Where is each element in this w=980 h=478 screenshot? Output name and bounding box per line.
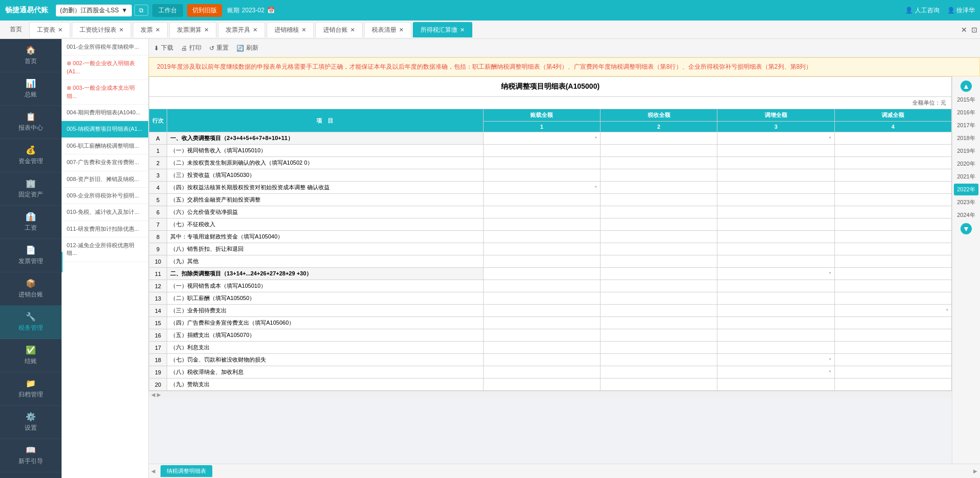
sub-nav-item-006[interactable]: 006-职工薪酬纳税调整明细... bbox=[62, 138, 148, 154]
customer-service-link[interactable]: 👤 人工咨询 bbox=[905, 6, 939, 15]
sidebar-item-invoice-mgmt[interactable]: 📄 发票管理 bbox=[0, 239, 62, 272]
row-data-cell-1[interactable]: * bbox=[483, 182, 600, 194]
row-data-cell-1[interactable] bbox=[483, 145, 600, 157]
row-data-cell-3[interactable]: * bbox=[717, 366, 834, 379]
tab-invoice-open-close[interactable]: ✕ bbox=[253, 27, 257, 33]
row-data-cell-4[interactable] bbox=[834, 132, 951, 145]
row-data-cell-3[interactable] bbox=[717, 255, 834, 268]
company-selector[interactable]: (勿删）江西股金-LSS ▼ bbox=[56, 5, 132, 16]
row-data-cell-1[interactable] bbox=[483, 292, 600, 305]
row-data-cell-4[interactable] bbox=[834, 206, 951, 218]
year-2016[interactable]: 2016年 bbox=[954, 107, 978, 118]
tab-purchase-check[interactable]: 进销稽核 ✕ bbox=[267, 22, 314, 37]
sub-nav-item-010[interactable]: 010-免税、减计收入及加计... bbox=[62, 204, 148, 221]
row-item-cell[interactable]: 一、收入类调整项目（2+3+4+5+6+7+8+10+11） bbox=[167, 132, 484, 145]
row-data-cell-4[interactable] bbox=[834, 255, 951, 268]
tab-invoice-calc-close[interactable]: ✕ bbox=[204, 27, 209, 33]
row-data-cell-1[interactable] bbox=[483, 366, 600, 379]
copy-button[interactable]: ⧉ bbox=[134, 5, 148, 16]
row-data-cell-1[interactable] bbox=[483, 317, 600, 329]
row-item-cell[interactable]: （四）广告费和业务宣传费支出（填写A105060） bbox=[167, 317, 484, 329]
row-data-cell-2[interactable] bbox=[600, 231, 717, 243]
sub-nav-item-001[interactable]: 001-企业所得税年度纳税申... bbox=[62, 39, 148, 55]
row-data-cell-1[interactable] bbox=[483, 329, 600, 342]
row-data-cell-1[interactable] bbox=[483, 169, 600, 182]
bottom-scroll-left[interactable]: ◀ bbox=[151, 468, 155, 474]
row-data-cell-2[interactable] bbox=[600, 317, 717, 329]
row-data-cell-3[interactable] bbox=[717, 231, 834, 243]
row-data-cell-4[interactable] bbox=[834, 145, 951, 157]
sidebar-item-guide[interactable]: 📖 新手引导 bbox=[0, 439, 62, 472]
tab-payroll-stats-close[interactable]: ✕ bbox=[119, 27, 124, 33]
row-data-cell-1[interactable] bbox=[483, 243, 600, 255]
row-data-cell-4[interactable] bbox=[834, 379, 951, 391]
year-2021[interactable]: 2021年 bbox=[954, 171, 978, 183]
row-item-cell[interactable]: （六）利息支出 bbox=[167, 342, 484, 354]
row-data-cell-2[interactable] bbox=[600, 342, 717, 354]
row-data-cell-4[interactable] bbox=[834, 366, 951, 379]
sub-nav-item-005[interactable]: 005-纳税调整项目明细表(A1... bbox=[62, 121, 148, 137]
sidebar-item-archive[interactable]: 📁 归档管理 bbox=[0, 372, 62, 406]
row-data-cell-4[interactable] bbox=[834, 317, 951, 329]
row-data-cell-3[interactable] bbox=[717, 280, 834, 292]
row-data-cell-2[interactable] bbox=[600, 379, 717, 391]
tab-payroll[interactable]: 工资表 ✕ bbox=[29, 22, 70, 37]
download-button[interactable]: ⬇ 下载 bbox=[154, 44, 173, 52]
sub-nav-item-008[interactable]: 008-资产折旧、摊销及纳税... bbox=[62, 171, 148, 188]
row-data-cell-2[interactable] bbox=[600, 354, 717, 366]
row-data-cell-2[interactable] bbox=[600, 206, 717, 218]
sub-nav-item-002[interactable]: ⊗ 002-一般企业收入明细表(A1... bbox=[62, 55, 148, 80]
row-data-cell-1[interactable] bbox=[483, 231, 600, 243]
year-up-button[interactable]: ▲ bbox=[961, 81, 972, 92]
row-data-cell-2[interactable] bbox=[600, 182, 717, 194]
expand-icon[interactable]: ⊡ bbox=[971, 26, 977, 34]
row-data-cell-3[interactable] bbox=[717, 243, 834, 255]
row-data-cell-4[interactable] bbox=[834, 218, 951, 231]
row-data-cell-4[interactable] bbox=[834, 342, 951, 354]
year-down-button[interactable]: ▼ bbox=[961, 223, 972, 234]
row-data-cell-1[interactable] bbox=[483, 218, 600, 231]
bottom-tab-item[interactable]: 纳税调整明细表 bbox=[161, 465, 212, 477]
tab-income-tax-close[interactable]: ✕ bbox=[460, 27, 465, 33]
year-2020[interactable]: 2020年 bbox=[954, 158, 978, 170]
tab-purchase-ledger[interactable]: 进销台账 ✕ bbox=[315, 22, 363, 37]
row-data-cell-3[interactable] bbox=[717, 182, 834, 194]
row-data-cell-4[interactable] bbox=[834, 231, 951, 243]
row-data-cell-3[interactable] bbox=[717, 194, 834, 206]
row-data-cell-1[interactable] bbox=[483, 268, 600, 280]
row-item-cell[interactable]: （五）交易性金融资产初始投资调整 bbox=[167, 194, 484, 206]
year-2015[interactable]: 2015年 bbox=[954, 94, 978, 106]
row-item-cell[interactable]: （八）税收滞纳金、加收利息 bbox=[167, 366, 484, 379]
tab-invoice-calc[interactable]: 发票测算 ✕ bbox=[169, 22, 216, 37]
sidebar-item-home[interactable]: 🏠 首页 bbox=[0, 39, 62, 72]
row-data-cell-2[interactable] bbox=[600, 268, 717, 280]
row-data-cell-1[interactable]: * bbox=[483, 132, 600, 145]
workbench-button[interactable]: 工作台 bbox=[152, 4, 183, 17]
row-data-cell-3[interactable]: * bbox=[717, 354, 834, 366]
row-data-cell-1[interactable] bbox=[483, 379, 600, 391]
row-data-cell-2[interactable] bbox=[600, 132, 717, 145]
year-2022[interactable]: 2022年 bbox=[954, 184, 978, 195]
scrollbar-area[interactable]: ◀ ▶ bbox=[149, 391, 952, 398]
year-2023[interactable]: 2023年 bbox=[954, 196, 978, 208]
row-data-cell-2[interactable] bbox=[600, 243, 717, 255]
row-data-cell-4[interactable] bbox=[834, 292, 951, 305]
tab-home[interactable]: 首页 bbox=[3, 22, 29, 37]
tab-payroll-stats[interactable]: 工资统计报表 ✕ bbox=[72, 22, 131, 37]
row-item-cell[interactable]: （七）罚金、罚款和被没收财物的损失 bbox=[167, 354, 484, 366]
reset-button[interactable]: ↺ 重置 bbox=[209, 44, 229, 52]
sidebar-item-purchase[interactable]: 📦 进销台账 bbox=[0, 272, 62, 306]
row-data-cell-4[interactable] bbox=[834, 280, 951, 292]
switch-old-button[interactable]: 切到旧版 bbox=[187, 4, 222, 17]
row-item-cell[interactable]: （九）其他 bbox=[167, 255, 484, 268]
row-data-cell-2[interactable] bbox=[600, 145, 717, 157]
bottom-scroll-right[interactable]: ▶ bbox=[973, 468, 977, 474]
sidebar-item-reports[interactable]: 📋 报表中心 bbox=[0, 106, 62, 139]
row-data-cell-2[interactable] bbox=[600, 169, 717, 182]
row-data-cell-1[interactable] bbox=[483, 280, 600, 292]
year-2018[interactable]: 2018年 bbox=[954, 132, 978, 144]
row-data-cell-2[interactable] bbox=[600, 280, 717, 292]
calendar-icon[interactable]: 📅 bbox=[267, 7, 275, 14]
row-data-cell-3[interactable] bbox=[717, 157, 834, 169]
row-data-cell-2[interactable] bbox=[600, 366, 717, 379]
